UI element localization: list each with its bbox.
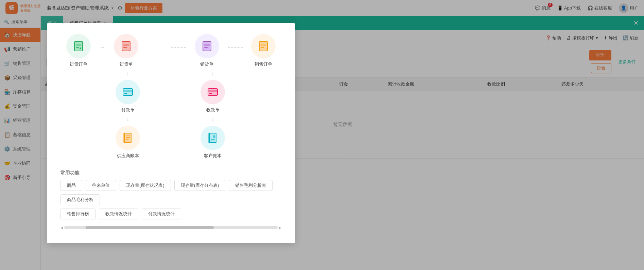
svg-rect-0 xyxy=(74,41,83,51)
func-btn-sales-profit[interactable]: 销售毛利分析表 xyxy=(229,180,273,191)
receipt-icon xyxy=(201,80,225,104)
supplier-book-label: 供应商账本 xyxy=(117,153,139,159)
sales-icon xyxy=(195,34,219,58)
func-btn-counterparty[interactable]: 往来单位 xyxy=(86,180,116,191)
supplier-book-icon xyxy=(116,126,140,150)
flow-arrow-down-row: ↓ ↓ xyxy=(60,70,281,77)
func-btn-inventory-status[interactable]: 现存量(库存状况表) xyxy=(120,180,171,191)
func-btn-payment-stats[interactable]: 付款情况统计 xyxy=(142,209,181,219)
purchase-icon xyxy=(114,34,138,58)
flow-node-customer-book[interactable]: 客户账本 xyxy=(192,126,233,159)
svg-rect-28 xyxy=(208,133,210,143)
modal-scrollbar-area: ◂ ▸ xyxy=(60,225,281,235)
customer-book-label: 客户账本 xyxy=(204,153,222,159)
function-buttons-row2: 销售排行榜 收款情况统计 付款情况统计 xyxy=(60,209,281,219)
arrow-down-purchase: ↓ xyxy=(107,70,148,77)
receipt-label: 收款单 xyxy=(206,107,220,113)
quick-nav-modal: 进货订单 → 进货单 xyxy=(47,23,295,243)
svg-rect-20 xyxy=(208,90,217,92)
arrow-right-1: → xyxy=(99,44,105,58)
flow-node-supplier-book[interactable]: 供应商账本 xyxy=(107,126,148,159)
sales-label: 销货单 xyxy=(200,61,213,67)
arrow-down-payment: ↓ xyxy=(107,116,148,123)
spacer-1 xyxy=(144,47,168,54)
flow-arrow-down-row-2: ↓ ↓ xyxy=(60,116,281,123)
flow-row-3: 供应商账本 客户账本 xyxy=(60,126,281,159)
svg-rect-21 xyxy=(209,93,212,94)
purchase-order-label: 进货订单 xyxy=(70,61,87,67)
payment-label: 付款单 xyxy=(121,107,135,113)
sales-order-label: 销售订单 xyxy=(255,61,272,67)
scroll-track[interactable] xyxy=(64,226,278,229)
sales-order-icon xyxy=(251,34,276,58)
scroll-left-arrow[interactable]: ◂ xyxy=(60,225,63,230)
svg-rect-27 xyxy=(209,133,216,143)
common-functions-title: 常用功能 xyxy=(60,170,281,176)
common-functions: 常用功能 商品 往来单位 现存量(库存状况表) 现存量(库存分布表) 销售毛利分… xyxy=(60,170,281,219)
flow-node-sales-order[interactable]: 销售订单 xyxy=(245,34,281,67)
func-btn-goods[interactable]: 商品 xyxy=(60,180,82,191)
flow-diagram: 进货订单 → 进货单 xyxy=(60,34,281,162)
arrow-down-sales: ↓ xyxy=(192,70,233,77)
svg-rect-23 xyxy=(123,133,125,143)
modal-overlay[interactable]: 进货订单 → 进货单 xyxy=(0,0,644,270)
purchase-order-icon xyxy=(66,34,91,58)
flow-node-purchase-order[interactable]: 进货订单 xyxy=(60,34,97,67)
flow-node-receipt[interactable]: 收款单 xyxy=(192,80,233,113)
dash-arrow-2 xyxy=(228,47,243,54)
func-btn-receipt-stats[interactable]: 收款情况统计 xyxy=(99,209,138,219)
func-btn-goods-profit[interactable]: 商品毛利分析 xyxy=(60,194,100,205)
purchase-label: 进货单 xyxy=(120,61,133,67)
flow-node-payment[interactable]: 付款单 xyxy=(107,80,148,113)
svg-point-29 xyxy=(213,135,215,138)
arrow-down-receipt: ↓ xyxy=(192,116,233,123)
svg-rect-4 xyxy=(122,41,130,51)
flow-row-1: 进货订单 → 进货单 xyxy=(60,34,281,67)
svg-rect-17 xyxy=(123,90,133,92)
flow-row-2: 付款单 收款单 xyxy=(60,80,281,113)
payment-icon xyxy=(116,80,140,104)
svg-rect-12 xyxy=(259,41,267,51)
dash-arrow-1 xyxy=(171,47,186,54)
svg-rect-8 xyxy=(203,41,211,51)
scroll-right-arrow[interactable]: ▸ xyxy=(279,225,281,230)
customer-book-icon xyxy=(201,126,225,150)
flow-node-sales[interactable]: 销货单 xyxy=(189,34,225,67)
svg-rect-22 xyxy=(124,133,131,143)
func-btn-sales-rank[interactable]: 销售排行榜 xyxy=(60,209,95,219)
function-buttons: 商品 往来单位 现存量(库存状况表) 现存量(库存分布表) 销售毛利分析表 商品… xyxy=(60,180,281,205)
svg-rect-18 xyxy=(124,93,127,94)
scrollbar-row: ◂ ▸ xyxy=(60,225,281,230)
func-btn-inventory-dist[interactable]: 现存量(库存分布表) xyxy=(174,180,226,191)
scroll-thumb xyxy=(86,226,214,229)
flow-node-purchase[interactable]: 进货单 xyxy=(108,34,144,67)
